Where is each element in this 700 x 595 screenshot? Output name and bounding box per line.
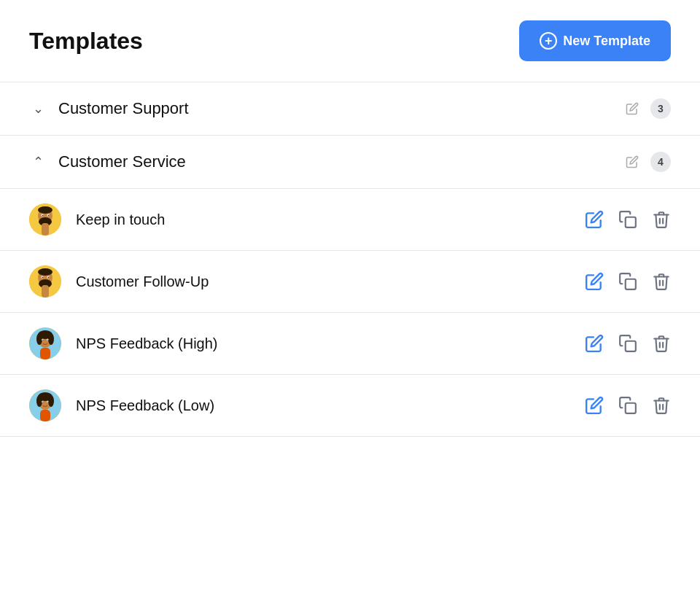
svg-rect-20 — [42, 285, 49, 298]
svg-rect-32 — [626, 341, 636, 351]
delete-template-button[interactable] — [652, 334, 671, 353]
svg-rect-42 — [40, 410, 50, 421]
avatar — [29, 327, 61, 359]
template-name: Customer Follow-Up — [76, 273, 570, 290]
svg-point-5 — [42, 215, 44, 217]
template-name: NPS Feedback (High) — [76, 335, 570, 352]
svg-point-2 — [38, 206, 52, 214]
avatar — [29, 203, 61, 236]
svg-point-30 — [47, 340, 48, 341]
delete-template-button[interactable] — [652, 210, 671, 229]
page-title: Templates — [29, 28, 143, 55]
new-template-button[interactable]: + New Template — [519, 20, 671, 61]
delete-template-button[interactable] — [652, 396, 671, 415]
edit-template-button[interactable] — [585, 210, 604, 229]
duplicate-template-button[interactable] — [618, 334, 637, 353]
chevron-down-icon: ⌄ — [29, 101, 47, 117]
action-icons — [585, 396, 671, 415]
action-icons — [585, 272, 671, 291]
plus-circle-icon: + — [540, 32, 557, 50]
template-list: Keep in touch — [0, 189, 700, 437]
chevron-up-icon: ⌃ — [29, 154, 47, 170]
svg-point-36 — [36, 395, 42, 407]
svg-point-25 — [36, 333, 42, 345]
template-row: Customer Follow-Up — [0, 251, 700, 313]
svg-rect-43 — [626, 403, 636, 413]
group-customer-service[interactable]: ⌃ Customer Service 4 — [0, 136, 700, 189]
duplicate-template-button[interactable] — [618, 396, 637, 415]
group-name: Customer Support — [58, 99, 614, 118]
svg-rect-31 — [40, 348, 50, 359]
svg-point-29 — [42, 340, 43, 341]
template-row: NPS Feedback (Low) — [0, 375, 700, 437]
svg-point-37 — [48, 395, 54, 407]
duplicate-template-button[interactable] — [618, 272, 637, 291]
group-count-badge: 3 — [650, 98, 671, 119]
svg-point-26 — [48, 333, 54, 345]
template-name: NPS Feedback (Low) — [76, 397, 570, 414]
edit-group-icon[interactable] — [626, 102, 639, 115]
avatar — [29, 389, 61, 421]
svg-point-16 — [42, 277, 44, 279]
action-icons — [585, 210, 671, 229]
page-header: Templates + New Template — [0, 0, 700, 82]
edit-template-button[interactable] — [585, 272, 604, 291]
edit-template-button[interactable] — [585, 334, 604, 353]
svg-rect-9 — [42, 223, 49, 236]
action-icons — [585, 334, 671, 353]
svg-rect-21 — [626, 279, 636, 289]
group-customer-support[interactable]: ⌄ Customer Support 3 — [0, 82, 700, 136]
svg-point-40 — [42, 402, 43, 402]
edit-template-button[interactable] — [585, 396, 604, 415]
svg-point-6 — [48, 215, 50, 217]
svg-rect-10 — [626, 217, 636, 228]
svg-point-13 — [38, 268, 52, 276]
new-template-label: New Template — [563, 34, 650, 49]
svg-point-41 — [47, 402, 48, 402]
svg-point-17 — [48, 277, 50, 279]
template-row: Keep in touch — [0, 189, 700, 251]
template-name: Keep in touch — [76, 211, 570, 228]
delete-template-button[interactable] — [652, 272, 671, 291]
duplicate-template-button[interactable] — [618, 210, 637, 229]
template-row: NPS Feedback (High) — [0, 313, 700, 375]
group-name: Customer Service — [58, 152, 614, 171]
group-count-badge: 4 — [650, 152, 671, 172]
edit-group-icon[interactable] — [626, 155, 639, 168]
avatar — [29, 265, 61, 298]
